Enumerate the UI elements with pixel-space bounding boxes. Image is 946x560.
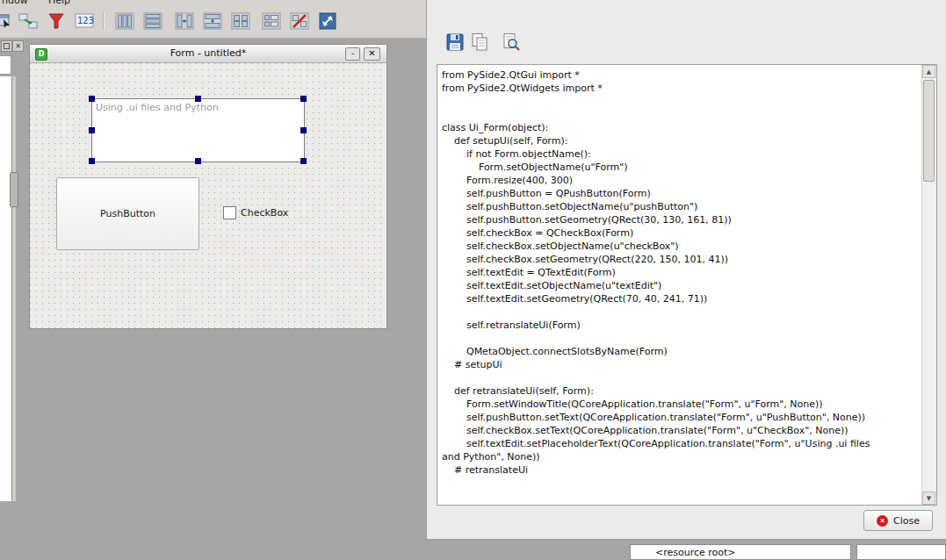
adjust-size-icon[interactable] — [317, 11, 338, 32]
selection-handle-top-left[interactable] — [89, 96, 95, 102]
menu-help[interactable]: Help — [48, 0, 70, 6]
code-line: Form.setObjectName(u"Form") — [442, 161, 922, 174]
code-line: and Python", None)) — [442, 450, 922, 463]
code-line: self.retranslateUi(Form) — [442, 319, 922, 332]
layout-horizontal-icon[interactable] — [114, 11, 135, 32]
code-line: # setupUi — [442, 358, 922, 371]
checkbox-indicator[interactable] — [223, 206, 236, 219]
pushbutton-widget[interactable]: PushButton — [56, 177, 199, 250]
code-line: self.checkBox.setGeometry(QRect(220, 150… — [442, 253, 922, 266]
code-line: class Ui_Form(object): — [442, 121, 922, 134]
edit-buddies-icon[interactable] — [46, 11, 67, 32]
edit-tab-order-icon[interactable]: 123 — [74, 11, 95, 32]
minimize-button[interactable]: - — [345, 47, 360, 61]
code-line: if not Form.objectName(): — [442, 147, 922, 161]
code-line — [442, 95, 922, 108]
close-dialog-button[interactable]: Close — [863, 510, 933, 531]
code-line: self.pushButton = QPushButton(Form) — [442, 187, 922, 200]
selection-handle-bottom-left[interactable] — [89, 158, 95, 164]
layout-form-icon[interactable] — [261, 11, 282, 32]
scroll-up-icon[interactable]: ▲ — [922, 65, 935, 78]
code-line: self.pushButton.setObjectName(u"pushButt… — [442, 200, 922, 213]
qt-designer-screen: ndow Help 123 — [0, 0, 946, 560]
copy-icon[interactable] — [469, 32, 490, 53]
selection-handle-middle-right[interactable] — [300, 127, 307, 133]
code-line: self.checkBox.setObjectName(u"checkBox") — [442, 240, 922, 253]
close-button[interactable]: ✕ — [364, 47, 380, 61]
code-line: self.pushButton.setText(QCoreApplication… — [442, 411, 922, 424]
code-scrollbar-thumb[interactable] — [923, 80, 935, 182]
dock-close-button[interactable]: ✕ — [12, 40, 24, 52]
widgetbox-filter-input[interactable] — [0, 55, 11, 75]
menubar: ndow Help — [0, 0, 426, 8]
scroll-down-icon[interactable]: ▼ — [922, 492, 935, 505]
code-line — [442, 108, 922, 121]
code-line: self.textEdit = QTextEdit(Form) — [442, 266, 922, 279]
code-line: self.checkBox.setText(QCoreApplication.t… — [442, 424, 922, 437]
widgetbox-scrollbar[interactable] — [11, 76, 16, 501]
resource-root-item[interactable]: <resource root> — [655, 547, 736, 558]
layout-grid-icon[interactable] — [230, 11, 251, 32]
float-icon — [4, 43, 10, 49]
svg-text:123: 123 — [77, 16, 94, 25]
break-layout-icon[interactable] — [289, 11, 310, 32]
find-icon[interactable] — [501, 32, 522, 53]
layout-vertical-icon[interactable] — [142, 11, 163, 32]
selection-handle-top-right[interactable] — [300, 96, 307, 102]
code-preview-dialog: from PySide2.QtGui import *from PySide2.… — [426, 0, 946, 540]
resource-browser-side-panel — [856, 544, 946, 560]
code-line: def setupUi(self, Form): — [442, 134, 922, 147]
form-canvas[interactable]: Using .ui files and Python PushButton Ch… — [30, 63, 386, 328]
code-line: QMetaObject.connectSlotsByName(Form) — [442, 345, 922, 358]
close-circle-icon — [877, 515, 888, 527]
code-line: Form.setWindowTitle(QCoreApplication.tra… — [442, 398, 922, 411]
layout-horizontal-splitter-icon[interactable] — [174, 11, 195, 32]
dock-float-button[interactable] — [1, 40, 12, 52]
pushbutton-label: PushButton — [100, 208, 155, 219]
resource-browser-panel: <resource root> — [630, 544, 851, 560]
code-line: self.textEdit.setObjectName(u"textEdit") — [442, 279, 922, 292]
code-line: # retranslateUi — [442, 463, 922, 477]
selection-handle-bottom-center[interactable] — [195, 158, 201, 164]
form-editor-window: D Form - untitled* - ✕ Using .ui files a… — [29, 44, 387, 329]
textedit-widget[interactable]: Using .ui files and Python — [91, 98, 305, 162]
selection-handle-middle-left[interactable] — [89, 127, 95, 133]
code-line: Form.resize(400, 300) — [442, 174, 922, 187]
code-line: self.textEdit.setGeometry(QRect(70, 40, … — [442, 292, 922, 305]
layout-vertical-splitter-icon[interactable] — [202, 11, 223, 32]
code-line: def retranslateUi(self, Form): — [442, 384, 922, 398]
checkbox-label: CheckBox — [241, 207, 288, 219]
code-line: self.checkBox = QCheckBox(Form) — [442, 226, 922, 240]
selection-handle-top-center[interactable] — [195, 96, 201, 102]
code-line — [442, 371, 922, 384]
save-icon[interactable] — [444, 32, 466, 53]
code-line — [442, 332, 922, 345]
code-line: self.textEdit.setPlaceholderText(QCoreAp… — [442, 437, 922, 450]
widgetbox-list[interactable] — [0, 76, 11, 501]
code-line: from PySide2.QtWidgets import * — [442, 82, 922, 95]
code-line — [442, 305, 922, 319]
close-icon: ✕ — [13, 41, 23, 51]
widgetbox-scrollbar-thumb[interactable] — [10, 172, 18, 207]
code-line: from PySide2.QtGui import * — [442, 68, 922, 82]
toolbar-separator — [103, 12, 105, 30]
main-toolbar: ndow Help 123 — [0, 0, 426, 39]
code-text[interactable]: from PySide2.QtGui import *from PySide2.… — [437, 65, 922, 505]
form-titlebar[interactable]: D Form - untitled* - ✕ — [30, 45, 386, 63]
close-button-label: Close — [893, 515, 920, 527]
selection-handle-bottom-right[interactable] — [300, 158, 307, 164]
menu-window[interactable]: ndow — [2, 0, 28, 6]
code-scrollbar[interactable]: ▲ ▼ — [921, 65, 936, 505]
code-line: self.pushButton.setGeometry(QRect(30, 13… — [442, 213, 922, 226]
form-title: Form - untitled* — [30, 47, 386, 59]
code-area[interactable]: from PySide2.QtGui import *from PySide2.… — [437, 64, 937, 506]
edit-widgets-icon[interactable] — [0, 11, 14, 32]
checkbox-widget[interactable]: CheckBox — [223, 195, 312, 231]
edit-signals-slots-icon[interactable] — [18, 11, 39, 32]
textedit-placeholder: Using .ui files and Python — [96, 102, 219, 113]
